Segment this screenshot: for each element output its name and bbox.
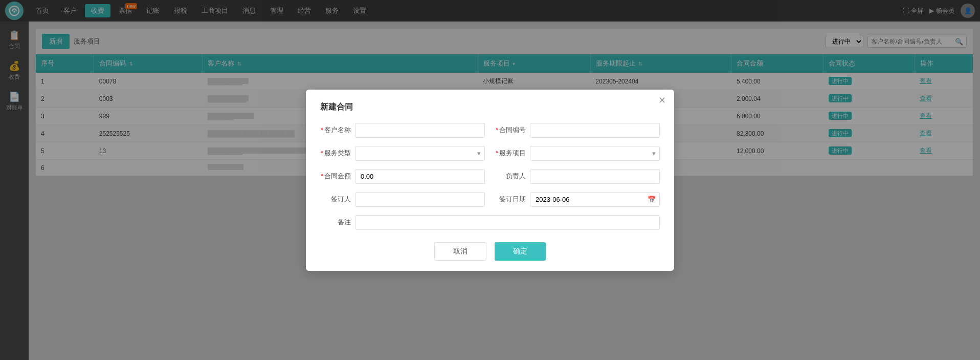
cancel-button[interactable]: 取消 bbox=[434, 242, 486, 261]
form-group-service-type: *服务类型 bbox=[320, 146, 485, 161]
sign-date-input[interactable] bbox=[530, 192, 660, 207]
service-type-label: *服务类型 bbox=[320, 149, 351, 158]
contract-no-input[interactable] bbox=[530, 123, 660, 138]
form-group-client-name: *客户名称 bbox=[320, 123, 485, 138]
sign-date-label: 签订日期 bbox=[495, 195, 526, 204]
new-contract-modal: ✕ 新建合同 *客户名称 *合同编号 *服务类型 bbox=[306, 90, 674, 271]
contract-no-label: *合同编号 bbox=[495, 125, 526, 135]
amount-input[interactable] bbox=[355, 169, 485, 184]
signer-input[interactable] bbox=[355, 192, 485, 207]
remark-input[interactable] bbox=[355, 215, 660, 230]
responsible-input[interactable] bbox=[530, 169, 660, 184]
form-row-5: 备注 bbox=[320, 215, 660, 230]
service-item-select-wrap bbox=[530, 146, 660, 161]
client-name-label: *客户名称 bbox=[320, 125, 351, 135]
sign-date-wrap: 📅 bbox=[530, 192, 660, 207]
form-row-3: *合同金额 负责人 bbox=[320, 169, 660, 184]
form-row-4: 签订人 签订日期 📅 bbox=[320, 192, 660, 207]
service-item-select[interactable] bbox=[530, 146, 660, 161]
signer-label: 签订人 bbox=[320, 195, 351, 204]
service-item-label: *服务项目 bbox=[495, 149, 526, 158]
form-group-amount: *合同金额 bbox=[320, 169, 485, 184]
form-group-responsible: 负责人 bbox=[495, 169, 660, 184]
confirm-button[interactable]: 确定 bbox=[495, 242, 546, 261]
form-row-1: *客户名称 *合同编号 bbox=[320, 123, 660, 138]
calendar-icon[interactable]: 📅 bbox=[648, 196, 656, 203]
form-group-sign-date: 签订日期 📅 bbox=[495, 192, 660, 207]
modal-footer: 取消 确定 bbox=[320, 242, 660, 261]
modal-overlay: ✕ 新建合同 *客户名称 *合同编号 *服务类型 bbox=[0, 0, 980, 360]
form-group-contract-no: *合同编号 bbox=[495, 123, 660, 138]
responsible-label: 负责人 bbox=[495, 172, 526, 181]
service-type-select[interactable] bbox=[355, 146, 485, 161]
service-type-select-wrap bbox=[355, 146, 485, 161]
form-group-signer: 签订人 bbox=[320, 192, 485, 207]
form-group-remark: 备注 bbox=[320, 215, 660, 230]
modal-close-button[interactable]: ✕ bbox=[658, 96, 666, 105]
modal-title: 新建合同 bbox=[320, 102, 660, 113]
amount-label: *合同金额 bbox=[320, 172, 351, 181]
remark-label: 备注 bbox=[320, 218, 351, 227]
client-name-input[interactable] bbox=[355, 123, 485, 138]
form-group-service-item: *服务项目 bbox=[495, 146, 660, 161]
form-row-2: *服务类型 *服务项目 bbox=[320, 146, 660, 161]
